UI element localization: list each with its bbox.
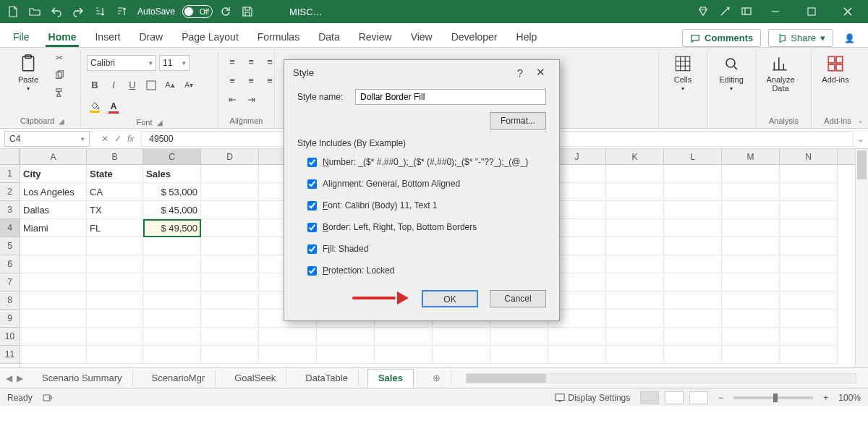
col-header[interactable]: B [87,149,143,164]
cell[interactable] [201,165,259,183]
cut-icon[interactable]: ✂ [51,51,68,65]
cell[interactable] [87,328,143,346]
view-page-layout-icon[interactable] [665,391,684,404]
cell[interactable] [664,273,722,292]
analyze-data-button[interactable]: Analyze Data [762,51,799,93]
cell[interactable] [722,237,780,255]
col-header[interactable]: K [606,149,664,164]
user-icon[interactable]: 👤 [841,33,858,43]
cell[interactable] [606,310,664,328]
row-header[interactable]: 8 [0,292,20,310]
zoom-out-button[interactable]: − [718,393,723,403]
cell[interactable] [780,237,838,255]
cell[interactable] [606,165,664,183]
cell[interactable]: FL [87,219,143,237]
font-color-button[interactable]: A [106,100,122,116]
col-header[interactable]: A [20,149,87,164]
cell[interactable] [664,310,722,328]
cell[interactable] [780,310,838,328]
cell[interactable] [780,165,838,183]
align-top-icon[interactable]: ≡ [224,54,240,69]
cell[interactable] [143,237,201,255]
minimize-button[interactable] [760,0,791,23]
ok-button[interactable]: OK [422,290,478,307]
row-header[interactable]: 10 [0,328,20,346]
select-all-corner[interactable] [0,149,20,165]
font-size-select[interactable]: 11▾ [159,55,190,71]
cell[interactable] [143,292,201,310]
cell[interactable] [20,346,87,364]
cell[interactable]: CA [87,183,143,201]
cell[interactable] [664,183,722,201]
cell[interactable] [722,255,780,273]
coming-soon-icon[interactable] [716,3,733,20]
cell[interactable] [317,328,375,346]
open-icon[interactable] [26,3,43,20]
cell[interactable] [664,292,722,310]
cell[interactable] [87,255,143,273]
undo-icon[interactable] [48,3,65,20]
bold-button[interactable]: B [87,77,103,93]
cell[interactable] [201,201,259,219]
sheet-prev-icon[interactable]: ◀ [6,373,12,383]
cell[interactable] [259,346,317,364]
tab-draw[interactable]: Draw [136,27,166,47]
cell[interactable] [87,292,143,310]
sheet-tab[interactable]: Scenario Summary [32,370,133,386]
cell[interactable] [722,183,780,201]
format-button[interactable]: Format... [490,112,546,129]
cancel-edit-icon[interactable]: ✕ [101,134,109,144]
cell[interactable] [664,255,722,273]
autosave-toggle[interactable]: Off [182,5,213,18]
tab-review[interactable]: Review [356,27,395,47]
cell[interactable] [722,310,780,328]
italic-button[interactable]: I [106,77,122,93]
cell[interactable] [433,328,490,346]
cell[interactable]: State [87,165,143,183]
cell[interactable] [87,310,143,328]
row-header[interactable]: 4 [0,219,20,237]
cell[interactable] [20,292,87,310]
cell[interactable]: City [20,165,87,183]
underline-button[interactable]: U [124,77,140,93]
cell[interactable] [606,255,664,273]
cell[interactable] [20,310,87,328]
cell[interactable] [87,237,143,255]
cell[interactable]: $ 53,000 [143,183,201,201]
vertical-scrollbar[interactable] [855,149,868,367]
tab-help[interactable]: Help [514,27,540,47]
horizontal-scrollbar[interactable] [466,373,856,383]
cell[interactable] [317,346,375,364]
font-checkbox[interactable] [307,201,317,210]
row-header[interactable]: 9 [0,310,20,328]
increase-font-icon[interactable]: A▴ [162,77,178,93]
cell[interactable] [780,255,838,273]
col-header[interactable]: N [780,149,838,164]
cell[interactable] [20,273,87,292]
dialog-launcher-icon[interactable]: ◢ [157,119,163,127]
cell[interactable] [606,237,664,255]
cell[interactable] [201,328,259,346]
cell[interactable] [664,346,722,364]
paste-button[interactable]: Paste ▾ [10,51,46,92]
active-cell[interactable]: $ 49,500 [143,219,201,237]
sheet-tab[interactable]: DataTable [295,370,359,386]
cell[interactable] [201,292,259,310]
redo-icon[interactable] [69,3,87,20]
diamond-icon[interactable] [694,3,712,20]
cell[interactable] [780,273,838,292]
sheet-next-icon[interactable]: ▶ [17,373,23,383]
cell[interactable] [201,310,259,328]
zoom-level[interactable]: 100% [838,393,861,403]
cell[interactable] [606,219,664,237]
increase-indent-icon[interactable]: ⇥ [243,91,259,107]
refresh-icon[interactable] [217,3,234,20]
align-middle-icon[interactable]: ≡ [243,54,259,69]
number-checkbox[interactable] [307,158,317,167]
dialog-help-button[interactable]: ? [510,62,530,82]
save-icon[interactable] [239,3,256,20]
zoom-slider[interactable] [733,396,813,399]
style-name-input[interactable] [355,89,546,105]
cell[interactable] [606,201,664,219]
sheet-tab-active[interactable]: Sales [367,369,414,388]
